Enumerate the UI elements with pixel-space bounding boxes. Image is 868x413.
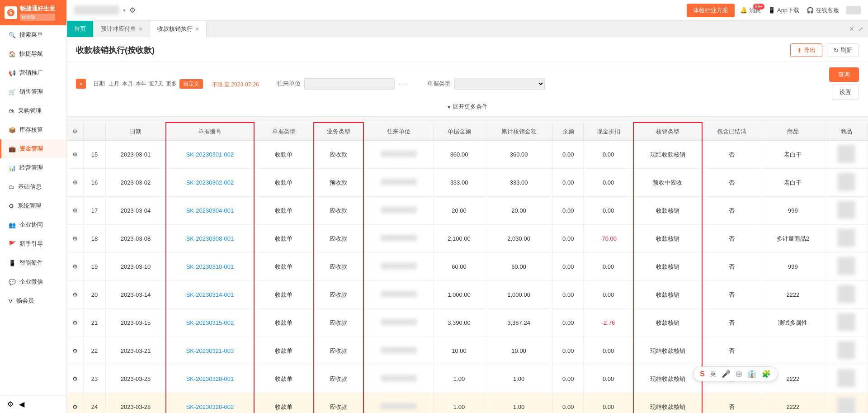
bill-no-link[interactable]: SK-20230310-001	[186, 263, 234, 270]
bill-no-link[interactable]: SK-20230302-002	[186, 179, 234, 186]
solution-button[interactable]: 体验行业方案	[687, 4, 735, 17]
cell-verify-type: 现结收款核销	[633, 337, 702, 365]
topbar-gear-icon[interactable]: ⚙	[129, 6, 136, 14]
cell-gear[interactable]: ⚙	[67, 169, 83, 197]
input-s-icon[interactable]: S	[700, 370, 705, 378]
input-puzzle-icon[interactable]: 🧩	[762, 370, 771, 378]
table-header: ⚙ 日期 单据编号 单据类型 业务类型 往来单位 单据金额 累计核销金额 余额 …	[67, 123, 868, 141]
online-service-button[interactable]: 🎧 在线客服	[807, 6, 839, 14]
sidebar-item-quicknav[interactable]: 🏠 快捷导航	[0, 44, 66, 63]
sidebar-item-inventory[interactable]: 📦 库存核算	[0, 120, 66, 139]
settings-button[interactable]: 设置	[832, 85, 859, 100]
sidebar-item-sales[interactable]: 🛒 销售管理	[0, 82, 66, 101]
message-button[interactable]: 🔔 消息 99+	[740, 6, 761, 14]
bill-no-link[interactable]: SK-20230328-002	[186, 404, 234, 410]
filter-date-group: 日期 上月 本月 本年 近7天 更多 自定义	[93, 79, 203, 89]
bill-no-link[interactable]: SK-20230314-001	[186, 291, 234, 298]
collapse-icon[interactable]: ◀	[19, 400, 24, 408]
bill-no-link[interactable]: SK-20230321-003	[186, 347, 234, 354]
cell-product2	[825, 197, 868, 225]
sidebar-item-member[interactable]: V 畅会员	[0, 291, 66, 310]
col-header-product: 商品	[761, 123, 825, 141]
refresh-button[interactable]: ↻ 刷新	[827, 43, 859, 57]
date-btn-more[interactable]: 更多	[166, 80, 177, 88]
cell-biz-type: 应收款	[314, 337, 364, 365]
sidebar-item-search[interactable]: 🔍 搜索菜单	[0, 25, 66, 44]
table-row: ⚙ 20 2023-03-14 SK-20230314-001 收款单 应收款 …	[67, 281, 868, 309]
cell-balance: 0.00	[553, 197, 584, 225]
bill-no-link[interactable]: SK-20230308-001	[186, 235, 234, 242]
gear-icon[interactable]: ⚙	[7, 400, 14, 408]
bill-no-link[interactable]: SK-20230301-002	[186, 151, 234, 158]
user-name[interactable]: Rit	[846, 6, 861, 14]
tab-payable[interactable]: 预计冲应付单 ×	[94, 21, 150, 37]
input-shirt-icon[interactable]: 👔	[747, 370, 756, 378]
sidebar-item-guide[interactable]: 🚩 新手引导	[0, 234, 66, 253]
tab-collection[interactable]: 收款核销执行 ×	[150, 21, 207, 37]
date-btn-7days[interactable]: 近7天	[149, 80, 163, 88]
cell-bill-no: SK-20230301-002	[166, 141, 254, 169]
tab-close-all-button[interactable]: ✕	[849, 25, 854, 33]
sidebar-item-hardware[interactable]: 📱 智能硬件	[0, 253, 66, 272]
cell-gear[interactable]: ⚙	[67, 393, 83, 413]
date-custom-button[interactable]: 自定义	[179, 79, 203, 89]
cell-cash-discount: 0.00	[584, 281, 633, 309]
col-header-bill-no[interactable]: 单据编号	[166, 123, 254, 141]
sidebar-item-wechat[interactable]: 💬 企业微信	[0, 272, 66, 291]
cell-product: 999	[761, 253, 825, 281]
tab-payable-close[interactable]: ×	[139, 26, 142, 32]
cell-gear[interactable]: ⚙	[67, 253, 83, 281]
cell-bill-no: SK-20230328-001	[166, 365, 254, 393]
cell-gear[interactable]: ⚙	[67, 309, 83, 337]
sidebar-logo-text: 畅捷通好生意 标推版	[20, 5, 55, 21]
date-range-text: 不限 至 2023-07-26	[212, 81, 259, 89]
sidebar-item-ops[interactable]: 📊 经营管理	[0, 158, 66, 177]
date-btn-this-year[interactable]: 本年	[136, 80, 146, 88]
sidebar-item-corp[interactable]: 👥 企业协同	[0, 215, 66, 234]
bill-no-link[interactable]: SK-20230304-001	[186, 207, 234, 214]
input-grid-icon[interactable]: ⊞	[736, 370, 742, 378]
input-mic-icon[interactable]: 🎤	[722, 370, 731, 378]
app-download-button[interactable]: 📱 App下载	[768, 6, 799, 14]
cell-gear[interactable]: ⚙	[67, 141, 83, 169]
cell-partner	[363, 393, 433, 413]
page-header-actions: ⬆ 导出 ↻ 刷新	[790, 43, 859, 57]
export-button[interactable]: ⬆ 导出	[790, 43, 822, 57]
input-eng-label[interactable]: 英	[710, 370, 716, 378]
tab-home[interactable]: 首页	[67, 21, 94, 37]
col-header-gear[interactable]: ⚙	[67, 123, 83, 141]
sidebar-item-base[interactable]: 🗂 基础信息	[0, 177, 66, 196]
tab-expand-button[interactable]: ⤢	[858, 25, 863, 33]
cell-gear[interactable]: ⚙	[67, 365, 83, 393]
sidebar-item-purchase[interactable]: 🛍 采购管理	[0, 101, 66, 120]
bill-type-select[interactable]	[454, 78, 545, 90]
col-header-bill-type: 单据类型	[254, 123, 313, 141]
tab-collection-close[interactable]: ×	[195, 26, 199, 32]
partner-input[interactable]	[304, 78, 395, 90]
col-header-biz-type: 业务类型	[314, 123, 364, 141]
sidebar-item-system[interactable]: ⚙ 系统管理	[0, 196, 66, 215]
bill-no-link[interactable]: SK-20230328-001	[186, 375, 234, 382]
sidebar-item-funds[interactable]: 💼 资金管理	[0, 139, 66, 158]
cell-gear[interactable]: ⚙	[67, 225, 83, 253]
table-row: ⚙ 16 2023-03-02 SK-20230302-002 收款单 预收款 …	[67, 169, 868, 197]
cell-product2	[825, 309, 868, 337]
cell-gear[interactable]: ⚙	[67, 197, 83, 225]
date-btn-prev-month[interactable]: 上月	[108, 80, 119, 88]
table-row: ⚙ 24 2023-03-28 SK-20230328-002 收款单 应收款 …	[67, 393, 868, 413]
query-button[interactable]: 查询	[829, 67, 859, 82]
cell-partner	[363, 225, 433, 253]
cell-gear[interactable]: ⚙	[67, 281, 83, 309]
cell-gear[interactable]: ⚙	[67, 337, 83, 365]
partner-label: 往来单位	[277, 80, 301, 88]
cell-date: 2023-03-28	[106, 365, 166, 393]
bill-no-link[interactable]: SK-20230315-002	[186, 319, 234, 326]
filter-arrow-button[interactable]: »	[76, 79, 86, 89]
cell-bill-type: 收款单	[254, 365, 313, 393]
sidebar-item-marketing[interactable]: 📢 营销推广	[0, 63, 66, 82]
dots-icon[interactable]: ···	[398, 79, 409, 89]
date-btn-this-month[interactable]: 本月	[122, 80, 133, 88]
expand-button[interactable]: ▾ 展开更多条件	[448, 103, 488, 111]
cell-seq: 21	[83, 309, 106, 337]
chevron-down-icon[interactable]: ▾	[123, 7, 126, 14]
